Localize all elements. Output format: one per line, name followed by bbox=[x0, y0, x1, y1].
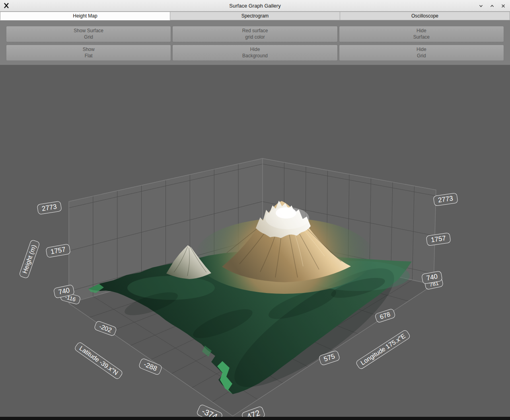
button-label: Show Surface bbox=[74, 28, 103, 34]
tab-bar: Height Map Spectrogram Oscilloscope bbox=[0, 12, 510, 20]
tab-spectrogram[interactable]: Spectrogram bbox=[170, 12, 340, 20]
chevron-up-icon bbox=[490, 4, 494, 8]
tab-oscilloscope[interactable]: Oscilloscope bbox=[340, 12, 510, 20]
bottom-strip bbox=[0, 417, 510, 420]
button-label: grid color bbox=[245, 34, 265, 40]
show-flat-button[interactable]: Show Flat bbox=[6, 45, 171, 61]
button-label: Grid bbox=[417, 53, 426, 59]
button-label: Flat bbox=[85, 53, 93, 59]
red-surface-grid-color-button[interactable]: Red surface grid color bbox=[172, 26, 337, 42]
tab-height-map[interactable]: Height Map bbox=[0, 12, 170, 20]
button-label: Grid bbox=[84, 34, 93, 40]
close-icon bbox=[501, 4, 506, 8]
button-label: Hide bbox=[417, 47, 426, 53]
titlebar: Surface Graph Gallery bbox=[0, 0, 510, 12]
chevron-down-icon bbox=[479, 4, 483, 8]
show-surface-grid-button[interactable]: Show Surface Grid bbox=[6, 26, 171, 42]
hide-background-button[interactable]: Hide Background bbox=[172, 45, 337, 61]
window-shade-button[interactable] bbox=[477, 2, 485, 10]
surface-graph-viewport[interactable]: Height (m) 2773 1757 -116 740 -202 -288 … bbox=[0, 65, 510, 417]
button-label: Surface bbox=[413, 34, 430, 40]
window-maximize-button[interactable] bbox=[489, 2, 496, 10]
button-label: Background bbox=[242, 53, 268, 59]
hide-surface-button[interactable]: Hide Surface bbox=[339, 26, 504, 42]
hide-grid-button[interactable]: Hide Grid bbox=[339, 45, 504, 61]
button-label: Red surface bbox=[242, 28, 268, 34]
button-label: Hide bbox=[250, 47, 260, 53]
window-close-button[interactable] bbox=[500, 2, 507, 10]
button-panel: Show Surface Grid Red surface grid color… bbox=[0, 20, 510, 65]
window-title: Surface Graph Gallery bbox=[0, 3, 510, 9]
button-label: Hide bbox=[417, 28, 426, 34]
window-controls bbox=[477, 0, 507, 12]
button-label: Show bbox=[83, 47, 95, 53]
